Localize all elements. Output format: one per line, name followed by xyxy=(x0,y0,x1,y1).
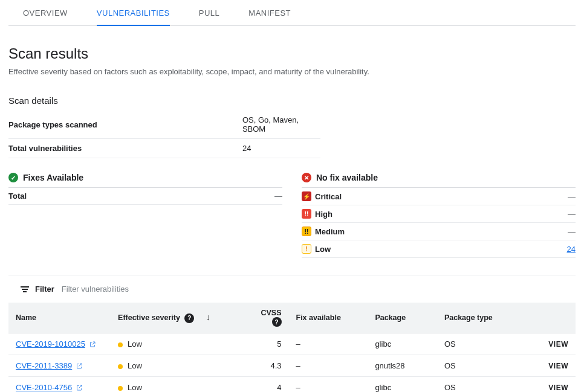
severity-count: — xyxy=(568,227,576,236)
filter-label: Filter xyxy=(35,284,54,294)
scan-detail-row: Total vulnerabilities24 xyxy=(8,139,320,158)
tab-pull[interactable]: PULL xyxy=(199,0,220,26)
low-icon: ! xyxy=(302,244,311,254)
severity-count: — xyxy=(568,210,576,219)
tab-vulnerabilities[interactable]: VULNERABILITIES xyxy=(97,0,170,26)
scan-details-heading: Scan details xyxy=(8,95,576,106)
filter-bar: Filter xyxy=(8,275,576,303)
scan-detail-value: 24 xyxy=(242,139,320,158)
scan-detail-row: Package types scannedOS, Go, Maven, SBOM xyxy=(8,111,320,139)
external-link-icon xyxy=(76,384,83,391)
col-type[interactable]: Package type xyxy=(437,303,516,333)
severity-row: ⚡Critical— xyxy=(302,188,576,205)
fixes-available-section: ✓ Fixes Available Total— xyxy=(8,173,282,258)
severity-count-link[interactable]: 24 xyxy=(567,245,576,254)
severity-row: !Low24 xyxy=(302,240,576,258)
help-icon[interactable]: ? xyxy=(272,317,282,327)
page-subtitle: Effective severity based on factors such… xyxy=(8,67,576,76)
external-link-icon xyxy=(89,341,96,348)
fix-value: – xyxy=(289,333,368,355)
package-type-value: OS xyxy=(437,355,516,377)
fix-value: – xyxy=(289,355,368,377)
severity-value: Low xyxy=(128,339,142,349)
critical-icon: ⚡ xyxy=(302,191,311,201)
table-row: CVE-2011-3389 Low 4.3 – gnutls28 OS VIEW xyxy=(8,355,576,377)
severity-dot-icon xyxy=(118,364,123,369)
severity-row: !!Medium— xyxy=(302,223,576,240)
tabs: OVERVIEWVULNERABILITIESPULLMANIFEST xyxy=(8,0,576,26)
package-type-value: OS xyxy=(437,377,516,393)
severity-label: High xyxy=(315,210,333,219)
filter-input[interactable] xyxy=(60,284,563,294)
cvss-value: 4 xyxy=(249,377,288,393)
view-button[interactable]: VIEW xyxy=(548,340,568,349)
help-icon[interactable]: ? xyxy=(184,313,194,323)
scan-detail-label: Total vulnerabilities xyxy=(8,139,242,158)
severity-row: Total— xyxy=(8,188,282,205)
scan-detail-label: Package types scanned xyxy=(8,111,242,139)
package-value: glibc xyxy=(368,333,437,355)
cvss-value: 4.3 xyxy=(249,355,288,377)
cve-link[interactable]: CVE-2011-3389 xyxy=(16,361,83,370)
col-action xyxy=(516,303,576,333)
severity-label: Total xyxy=(8,191,27,201)
scan-details-table: Package types scannedOS, Go, Maven, SBOM… xyxy=(8,111,320,158)
cve-link[interactable]: CVE-2010-4756 xyxy=(16,383,83,392)
severity-label: Critical xyxy=(315,192,342,201)
package-type-value: OS xyxy=(437,333,516,355)
check-icon: ✓ xyxy=(8,173,18,182)
package-value: glibc xyxy=(368,377,437,393)
col-fix[interactable]: Fix available xyxy=(289,303,368,333)
external-link-icon xyxy=(76,362,83,370)
severity-label: Low xyxy=(315,245,331,254)
table-row: CVE-2019-1010025 Low 5 – glibc OS VIEW xyxy=(8,333,576,355)
view-button[interactable]: VIEW xyxy=(548,384,568,392)
no-fix-heading: No fix available xyxy=(316,173,378,182)
medium-icon: !! xyxy=(302,227,311,236)
col-severity-label: Effective severity xyxy=(118,313,180,322)
severity-dot-icon xyxy=(118,342,123,347)
severity-label: Medium xyxy=(315,227,345,236)
severity-count: — xyxy=(274,191,282,201)
severity-dot-icon xyxy=(118,386,123,391)
col-name[interactable]: Name xyxy=(8,303,111,333)
no-fix-section: ✕ No fix available ⚡Critical—!!High—!!Me… xyxy=(302,173,576,258)
tab-manifest[interactable]: MANIFEST xyxy=(248,0,291,26)
cve-link[interactable]: CVE-2019-1010025 xyxy=(16,339,96,349)
package-value: gnutls28 xyxy=(368,355,437,377)
severity-count: — xyxy=(568,192,576,201)
col-cvss-label: CVSS xyxy=(261,309,281,317)
tab-overview[interactable]: OVERVIEW xyxy=(23,0,68,26)
severity-value: Low xyxy=(128,383,142,392)
view-button[interactable]: VIEW xyxy=(548,362,568,370)
fix-value: – xyxy=(289,377,368,393)
fixes-available-heading: Fixes Available xyxy=(23,173,83,182)
sort-arrow-icon[interactable]: ↓ xyxy=(206,312,210,322)
table-row: CVE-2010-4756 Low 4 – glibc OS VIEW xyxy=(8,377,576,393)
severity-value: Low xyxy=(128,361,142,370)
scan-detail-value: OS, Go, Maven, SBOM xyxy=(242,111,320,139)
col-cvss[interactable]: CVSS ? xyxy=(249,303,288,333)
page-title: Scan results xyxy=(8,45,576,62)
severity-row: !!High— xyxy=(302,205,576,223)
high-icon: !! xyxy=(302,209,311,219)
col-severity[interactable]: Effective severity ? ↓ xyxy=(111,303,249,333)
filter-icon[interactable] xyxy=(21,286,29,292)
col-package[interactable]: Package xyxy=(368,303,437,333)
x-icon: ✕ xyxy=(302,173,311,182)
cvss-value: 5 xyxy=(249,333,288,355)
vulnerabilities-table: Name Effective severity ? ↓ CVSS ? Fix a… xyxy=(8,303,576,392)
